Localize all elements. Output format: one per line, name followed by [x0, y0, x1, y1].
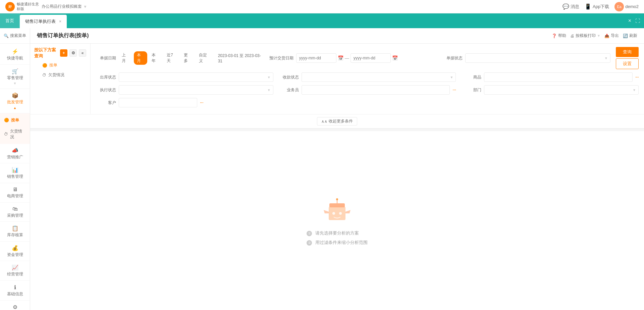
retail-icon: 🛒: [12, 68, 18, 74]
date-tab-7days[interactable]: 近7天: [164, 51, 179, 65]
filter-receipt-status: 收款状态 ▼: [279, 72, 456, 82]
doc-status-select[interactable]: [465, 53, 610, 63]
date-tab-this-month[interactable]: 本月: [134, 51, 148, 65]
sidebar-item-quick-nav[interactable]: ⚡ 快捷导航: [0, 45, 30, 65]
receipt-status-select[interactable]: [302, 72, 456, 82]
filter-product: 商品 ···: [461, 72, 639, 82]
export-btn[interactable]: 📤 导出: [604, 33, 619, 39]
salesperson-more-icon[interactable]: ···: [452, 87, 456, 93]
query-btn[interactable]: 查询: [616, 47, 639, 57]
tab-bar-right: × ⛶: [628, 13, 644, 28]
filter-dept: 部门 ▼: [461, 85, 639, 95]
message-btn[interactable]: 💬 消息: [562, 3, 579, 10]
collapse-btn[interactable]: ∧∧ 收起更多条件: [317, 117, 357, 125]
sidebar-item-operations[interactable]: 📈 经营管理: [0, 261, 30, 281]
filter-row-1: 单据日期 上月 本月 本年 近7天 更多 自定义 2023-03-01 至 20…: [96, 47, 639, 69]
action-buttons: 查询 设置: [616, 47, 639, 69]
date-tab-custom[interactable]: 自定义: [196, 51, 213, 65]
sidebar-subitem-欠货[interactable]: ⏱ 欠货情况: [0, 126, 30, 143]
date-tab-more[interactable]: 更多: [181, 51, 195, 65]
calendar-from-icon[interactable]: 📅: [338, 55, 343, 61]
doc-status-wrapper: ▼: [465, 53, 610, 63]
inventory-icon: 📋: [12, 225, 18, 231]
retail-expand-icon: ▼: [13, 82, 17, 85]
hint-num2: ②: [307, 240, 312, 246]
scheme-icons: + ⚙ «: [60, 49, 86, 57]
sidebar-item-basic[interactable]: ℹ 基础信息: [0, 281, 30, 301]
logo-icon: 好: [5, 2, 15, 11]
window-max-icon[interactable]: ⛶: [635, 18, 640, 23]
marketing-icon: 📣: [12, 147, 18, 154]
product-more-icon[interactable]: ···: [635, 74, 639, 80]
quick-nav-icon: ⚡: [12, 48, 18, 55]
top-bar: 好 畅捷通好生意 标版 办公用品行业模拟账套 ▼ 💬 消息 📱 App下载 Ea…: [0, 0, 644, 13]
svg-point-2: [332, 212, 335, 215]
refresh-btn[interactable]: 🔄 刷新: [623, 33, 637, 39]
按单-icon: 🟠: [4, 118, 9, 122]
print-icon: 🖨: [570, 34, 574, 38]
collapse-scheme-btn[interactable]: «: [79, 49, 86, 57]
sidebar-item-inventory[interactable]: 📋 库存核算: [0, 222, 30, 242]
print-btn[interactable]: 🖨 按模板打印 ▼: [570, 33, 600, 39]
export-icon: 📤: [604, 34, 609, 38]
settings-icon: ⚙: [71, 51, 75, 55]
dept-select[interactable]: [484, 85, 639, 95]
settings-btn[interactable]: 设置: [616, 58, 639, 69]
scheme-item-按单[interactable]: 🟠 按单: [34, 60, 86, 70]
sidebar-item-purchase[interactable]: 🛍 采购管理: [0, 203, 30, 222]
tab-home[interactable]: 首页: [0, 13, 20, 28]
user-area[interactable]: Ea demo2: [614, 2, 639, 11]
add-scheme-btn[interactable]: +: [60, 49, 67, 57]
sidebar: 🔍 搜索菜单 ⚡ 快捷导航 🛒 零售管理 ▼ 📦 批发管理 ▲ �: [0, 28, 30, 310]
filter-expected-date: 预计交货日期 📅 — 📅: [269, 53, 437, 63]
tab-sales-order[interactable]: 销售订单执行表 ×: [20, 15, 67, 28]
filter-doc-status: 单据状态 ▼: [442, 53, 610, 63]
sidebar-item-system[interactable]: ⚙ 系统管理: [0, 301, 30, 310]
wholesale-expand-icon: ▲: [13, 106, 17, 110]
sidebar-item-ecommerce[interactable]: 🖥 电商管理: [0, 183, 30, 203]
calendar-to-icon[interactable]: 📅: [392, 55, 398, 61]
window-close-icon[interactable]: ×: [628, 18, 631, 24]
exec-status-select[interactable]: [119, 85, 273, 95]
out-status-select[interactable]: [119, 72, 273, 82]
collapse-row: ∧∧ 收起更多条件: [30, 114, 644, 128]
help-btn[interactable]: ❓ 帮助: [552, 33, 566, 39]
sidebar-item-wholesale[interactable]: 📦 批发管理 ▲: [0, 89, 30, 113]
help-icon: ❓: [552, 34, 557, 38]
filter-single-date: 单据日期 上月 本月 本年 近7天 更多 自定义 2023-03-01 至 20…: [96, 51, 264, 65]
search-menu-btn[interactable]: 🔍 搜索菜单: [3, 32, 27, 40]
sales-icon: 📊: [12, 167, 18, 173]
date-tab-this-year[interactable]: 本年: [149, 51, 162, 65]
content-area: 销售订单执行表(按单) ❓ 帮助 🖨 按模板打印 ▼ 📤 导出 🔄 刷新: [30, 28, 644, 310]
sidebar-item-retail[interactable]: 🛒 零售管理 ▼: [0, 65, 30, 89]
salesperson-input[interactable]: [302, 85, 450, 95]
wholesale-icon: 📦: [12, 92, 18, 99]
customer-more-icon[interactable]: ···: [200, 100, 203, 106]
empty-state: ① 请先选择要分析的方案 ② 用过滤条件来缩小分析范围: [30, 131, 644, 310]
expected-date-from[interactable]: [296, 53, 336, 63]
finance-icon: 💰: [12, 245, 18, 251]
app-download-btn[interactable]: 📱 App下载: [585, 3, 609, 10]
sidebar-subitem-按单[interactable]: 🟠 按单: [0, 115, 30, 126]
scheme-item-欠货[interactable]: ⏱ 欠货情况: [34, 70, 86, 80]
page-header-actions: ❓ 帮助 🖨 按模板打印 ▼ 📤 导出 🔄 刷新: [552, 33, 637, 39]
sidebar-nav: ⚡ 快捷导航 🛒 零售管理 ▼ 📦 批发管理 ▲ 🟠 按单 ⏱: [0, 44, 30, 310]
expected-date-to[interactable]: [351, 53, 391, 63]
scheme-item-icon: ⏱: [42, 73, 46, 78]
tab-close-icon[interactable]: ×: [59, 19, 61, 24]
sidebar-item-marketing[interactable]: 📣 营销推广: [0, 144, 30, 164]
scheme-sub-items: 🟠 按单 ⏱ 欠货情况: [34, 59, 86, 81]
sidebar-item-sales[interactable]: 📊 销售管理: [0, 163, 30, 183]
empty-state-svg: [322, 195, 352, 225]
svg-point-5: [336, 198, 338, 200]
filter-out-status: 出库状态 ▼: [96, 72, 273, 82]
customer-input[interactable]: [119, 98, 197, 107]
svg-rect-1: [329, 203, 345, 207]
breadcrumb[interactable]: 办公用品行业模拟账套 ▼: [42, 4, 87, 9]
product-input[interactable]: [484, 72, 632, 82]
basic-icon: ℹ: [14, 284, 16, 291]
date-range-display: 2023-03-01 至 2023-03-31: [218, 53, 264, 63]
sidebar-item-finance[interactable]: 💰 资金管理: [0, 242, 30, 261]
date-tab-last-month[interactable]: 上月: [119, 51, 132, 65]
settings-scheme-btn[interactable]: ⚙: [69, 49, 77, 57]
